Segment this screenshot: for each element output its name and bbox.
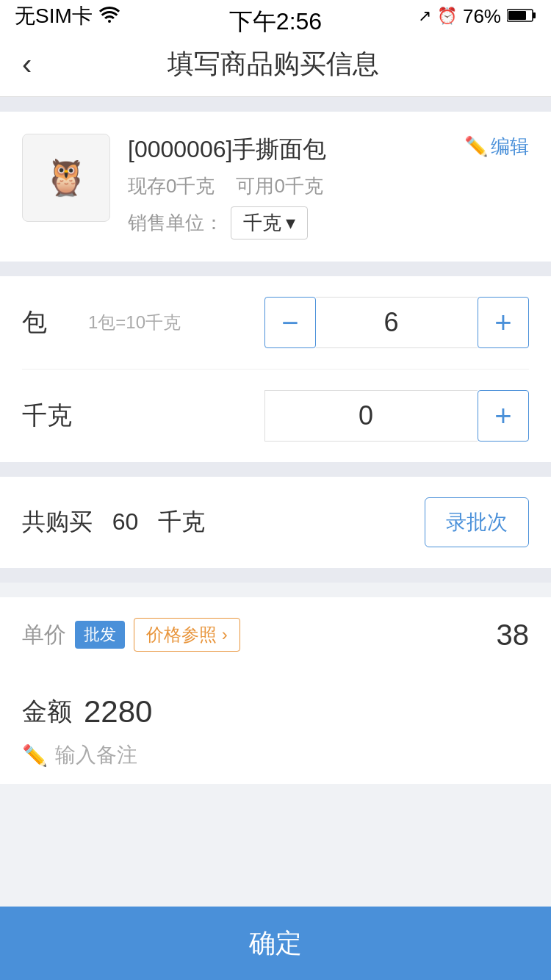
battery-text: 76% xyxy=(463,5,501,28)
divider-1 xyxy=(0,97,551,112)
bao-sublabel: 1包=10千克 xyxy=(88,311,264,334)
bao-controls: − + xyxy=(264,297,529,348)
divider-4 xyxy=(0,568,551,583)
unit-value: 千克 xyxy=(243,210,281,236)
bao-minus-button[interactable]: − xyxy=(264,297,316,348)
summary-amount: 60 xyxy=(112,508,139,535)
status-bar: 无SIM卡 下午2:56 ↗ ⏰ 76% xyxy=(0,0,551,32)
divider-3 xyxy=(0,462,551,477)
product-image: 🦉 xyxy=(22,134,110,222)
edit-icon: ✏️ xyxy=(464,135,488,158)
price-ref-button[interactable]: 价格参照 › xyxy=(134,618,240,652)
edit-button[interactable]: ✏️ 编辑 xyxy=(464,134,529,159)
unit-label: 销售单位： xyxy=(128,210,223,236)
remark-placeholder: 输入备注 xyxy=(55,741,137,769)
available-text: 可用0千克 xyxy=(236,175,323,197)
remark-row[interactable]: ✏️ 输入备注 xyxy=(22,741,529,769)
back-button[interactable]: ‹ xyxy=(22,48,32,81)
kg-controls: + xyxy=(264,390,529,442)
summary-text: 共购买 60 千克 xyxy=(22,506,205,538)
status-time: 下午2:56 xyxy=(229,6,322,38)
location-icon: ↗ xyxy=(418,7,431,26)
kg-row: 千克 + xyxy=(22,370,529,462)
price-label: 单价 xyxy=(22,620,66,650)
product-card: 🦉 [0000006]手撕面包 ✏️ 编辑 现存0千克 可用0千克 销售单位： … xyxy=(0,112,551,262)
product-name: [0000006]手撕面包 xyxy=(128,134,326,166)
amount-section: 金额 2280 ✏️ 输入备注 xyxy=(0,672,551,784)
status-right: ↗ ⏰ 76% xyxy=(418,5,536,28)
bao-plus-button[interactable]: + xyxy=(478,297,529,348)
product-header-row: [0000006]手撕面包 ✏️ 编辑 xyxy=(128,134,529,173)
bao-input[interactable] xyxy=(316,297,478,348)
product-logo: 🦉 xyxy=(44,157,88,198)
divider-2 xyxy=(0,262,551,276)
price-tag: 批发 xyxy=(75,621,125,649)
dropdown-icon: ▾ xyxy=(286,212,295,234)
battery-icon xyxy=(507,5,536,28)
kg-plus-button[interactable]: + xyxy=(478,390,529,442)
kg-input[interactable] xyxy=(264,390,478,442)
price-value: 38 xyxy=(497,619,530,652)
stock-text: 现存0千克 xyxy=(128,175,215,197)
nav-bar: ‹ 填写商品购买信息 xyxy=(0,32,551,97)
kg-label: 千克 xyxy=(22,399,81,433)
bao-label: 包 xyxy=(22,306,81,339)
svg-rect-2 xyxy=(508,11,526,20)
status-left: 无SIM卡 xyxy=(15,2,120,30)
quantity-section: 包 1包=10千克 − + 千克 + xyxy=(0,276,551,462)
price-section: 单价 批发 价格参照 › 38 xyxy=(0,597,551,672)
product-unit-row: 销售单位： 千克 ▾ xyxy=(128,206,529,239)
page-title: 填写商品购买信息 xyxy=(46,46,500,82)
edit-label: 编辑 xyxy=(491,134,529,159)
summary-prefix: 共购买 xyxy=(22,508,93,535)
unit-select[interactable]: 千克 ▾ xyxy=(231,206,308,239)
svg-rect-1 xyxy=(533,12,536,18)
carrier-text: 无SIM卡 xyxy=(15,2,93,30)
batch-button[interactable]: 录批次 xyxy=(425,497,529,547)
amount-value: 2280 xyxy=(84,694,152,729)
summary-section: 共购买 60 千克 录批次 xyxy=(0,477,551,568)
summary-unit: 千克 xyxy=(158,508,205,535)
amount-row: 金额 2280 xyxy=(22,694,529,729)
product-info: [0000006]手撕面包 ✏️ 编辑 现存0千克 可用0千克 销售单位： 千克… xyxy=(128,134,529,239)
product-stock: 现存0千克 可用0千克 xyxy=(128,173,529,199)
confirm-bar[interactable]: 确定 xyxy=(0,907,551,980)
bao-row: 包 1包=10千克 − + xyxy=(22,276,529,370)
wifi-icon xyxy=(98,4,120,28)
pencil-icon: ✏️ xyxy=(22,743,48,768)
confirm-label: 确定 xyxy=(249,926,302,962)
alarm-icon: ⏰ xyxy=(437,7,457,26)
amount-label: 金额 xyxy=(22,695,72,729)
